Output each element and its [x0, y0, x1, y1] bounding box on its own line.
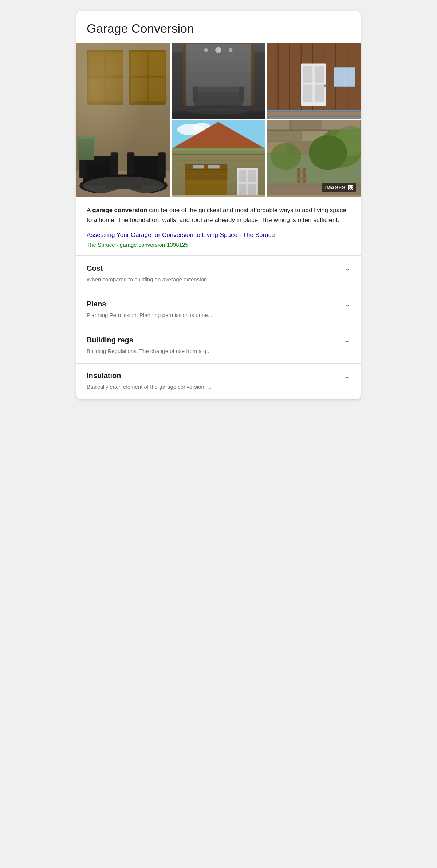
svg-rect-66: [172, 148, 265, 196]
svg-rect-19: [158, 152, 166, 178]
svg-point-99: [271, 143, 301, 170]
svg-rect-54: [315, 84, 324, 102]
accordion-cost-header: Cost ⌄: [87, 264, 350, 273]
svg-rect-38: [202, 105, 235, 112]
svg-rect-102: [297, 171, 306, 173]
svg-rect-3: [106, 52, 123, 75]
svg-rect-4: [88, 77, 105, 101]
svg-rect-81: [248, 170, 256, 182]
accordion-cost[interactable]: Cost ⌄ When compared to building an aver…: [76, 256, 361, 292]
accordion-building-regs[interactable]: Building regs ⌄ Building Regulations. Th…: [76, 328, 361, 364]
svg-rect-68: [172, 148, 265, 196]
svg-marker-67: [172, 122, 265, 149]
svg-rect-35: [193, 87, 244, 92]
svg-rect-25: [172, 43, 265, 52]
accordion-cost-title: Cost: [87, 264, 103, 273]
source-link[interactable]: Assessing Your Garage for Conversion to …: [87, 231, 350, 239]
accordion-list: Cost ⌄ When compared to building an aver…: [76, 256, 361, 399]
svg-rect-73: [185, 164, 227, 195]
svg-point-65: [193, 123, 212, 132]
description-section: A garage conversion can be one of the qu…: [76, 197, 361, 256]
svg-rect-72: [172, 148, 265, 151]
strikethrough-text: element of the garage: [123, 384, 176, 390]
chevron-down-icon-4: ⌄: [344, 372, 350, 380]
image-5[interactable]: IMAGES 🖼: [267, 120, 361, 197]
svg-rect-5: [106, 77, 123, 101]
image-2[interactable]: [172, 43, 265, 119]
svg-rect-21: [78, 138, 94, 160]
svg-rect-37: [239, 87, 244, 102]
accordion-building-regs-title: Building regs: [87, 336, 133, 344]
svg-rect-10: [148, 77, 165, 101]
svg-rect-84: [172, 195, 265, 197]
svg-rect-103: [297, 177, 306, 179]
svg-rect-14: [79, 152, 87, 178]
description-text: A garage conversion can be one of the qu…: [87, 205, 350, 225]
chevron-down-icon: ⌄: [344, 265, 350, 272]
svg-rect-74: [185, 164, 227, 169]
svg-rect-28: [251, 43, 254, 106]
accordion-plans[interactable]: Plans ⌄ Planning Permission. Planning pe…: [76, 292, 361, 328]
chevron-down-icon-2: ⌄: [344, 301, 350, 308]
svg-rect-108: [267, 195, 361, 197]
svg-rect-24: [172, 43, 265, 119]
svg-rect-83: [248, 184, 256, 196]
svg-point-23: [83, 176, 164, 194]
svg-rect-34: [194, 90, 243, 106]
accordion-insulation-header: Insulation ⌄: [87, 372, 350, 380]
svg-rect-9: [131, 77, 147, 101]
svg-point-40: [188, 108, 249, 115]
svg-rect-22: [76, 136, 96, 139]
svg-rect-26: [183, 43, 254, 106]
image-1[interactable]: [76, 43, 170, 197]
page-title: Garage Conversion: [87, 21, 350, 36]
svg-rect-30: [186, 44, 251, 106]
svg-rect-2: [88, 52, 105, 75]
svg-rect-6: [129, 50, 166, 105]
svg-rect-79: [237, 168, 258, 197]
svg-rect-52: [315, 66, 324, 83]
source-url: The Spruce › garage-conversion-1398125: [87, 242, 188, 248]
svg-rect-29: [183, 43, 254, 44]
svg-rect-75: [185, 169, 227, 174]
image-3[interactable]: [267, 43, 361, 119]
svg-point-12: [79, 178, 120, 193]
svg-rect-20: [105, 174, 142, 189]
svg-rect-63: [172, 120, 265, 156]
accordion-insulation[interactable]: Insulation ⌄ Basically each element of t…: [76, 363, 361, 399]
images-badge[interactable]: IMAGES 🖼: [322, 183, 356, 192]
accordion-plans-title: Plans: [87, 300, 106, 308]
svg-rect-13: [83, 156, 116, 186]
svg-rect-82: [239, 184, 246, 196]
svg-rect-36: [193, 87, 198, 102]
svg-rect-76: [185, 175, 227, 179]
images-badge-label: IMAGES: [325, 185, 345, 190]
svg-rect-7: [131, 52, 147, 75]
svg-point-16: [127, 178, 168, 193]
chevron-down-icon-3: ⌄: [344, 336, 350, 344]
svg-rect-0: [76, 43, 170, 197]
svg-rect-8: [148, 52, 165, 75]
svg-rect-80: [239, 170, 246, 182]
svg-rect-77: [193, 165, 204, 168]
image-4[interactable]: [172, 120, 265, 197]
accordion-building-regs-preview: Building Regulations. The change of use …: [87, 347, 350, 356]
card-header: Garage Conversion: [76, 11, 361, 43]
svg-point-64: [177, 124, 204, 135]
svg-point-98: [309, 135, 347, 170]
svg-rect-15: [111, 152, 118, 178]
accordion-plans-preview: Planning Permission. Planning permission…: [87, 311, 350, 320]
svg-rect-11: [76, 171, 170, 197]
svg-rect-51: [303, 66, 312, 83]
svg-rect-39: [172, 111, 265, 119]
svg-point-31: [215, 47, 221, 53]
svg-point-33: [229, 48, 233, 52]
accordion-cost-preview: When compared to building an average ext…: [87, 276, 350, 284]
svg-rect-18: [127, 152, 134, 178]
svg-rect-53: [303, 84, 312, 102]
image-grid[interactable]: IMAGES 🖼: [76, 43, 361, 197]
images-icon: 🖼: [347, 185, 353, 190]
svg-point-32: [204, 48, 208, 52]
accordion-insulation-preview: Basically each element of the garage con…: [87, 383, 350, 391]
svg-rect-27: [183, 43, 186, 106]
